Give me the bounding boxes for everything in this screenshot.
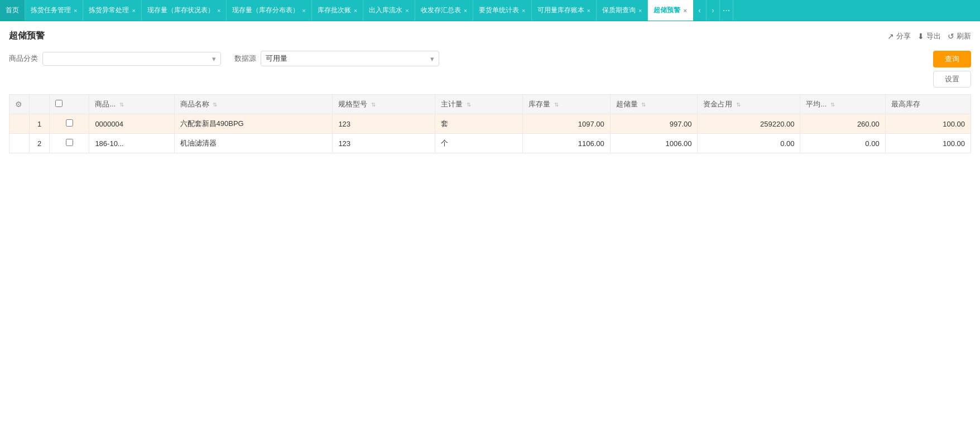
- close-order-stat-tab[interactable]: ×: [522, 7, 525, 14]
- datasource-dropdown-icon: ▾: [430, 55, 434, 63]
- data-table: ⚙ 商品... ⇅ 商品名称 ⇅ 规格型号 ⇅: [9, 94, 971, 153]
- nav-prev-arrow[interactable]: ‹: [693, 0, 707, 21]
- row-product-name: 机油滤清器: [174, 134, 333, 153]
- nav-tab-inout[interactable]: 出入库流水 ×: [363, 0, 415, 21]
- row-checkbox-0[interactable]: [66, 119, 73, 127]
- th-checkbox: [50, 95, 89, 114]
- sort-spec-icon: ⇅: [371, 101, 376, 108]
- th-settings[interactable]: ⚙: [9, 95, 30, 114]
- row-max-stock: 100.00: [885, 114, 971, 134]
- share-button[interactable]: ↗ 分享: [887, 31, 911, 41]
- nav-tab-collect[interactable]: 收发存汇总表 ×: [415, 0, 473, 21]
- table-header-row: ⚙ 商品... ⇅ 商品名称 ⇅ 规格型号 ⇅: [9, 95, 971, 114]
- row-stock: 1106.00: [523, 134, 611, 153]
- nav-tab-task[interactable]: 拣货任务管理 ×: [25, 0, 83, 21]
- filter-buttons: 查询 设置: [933, 51, 971, 88]
- category-filter: 商品分类 ▾: [9, 52, 221, 66]
- sort-overstock-icon: ⇅: [641, 101, 646, 108]
- nav-more-arrow[interactable]: ⋯: [720, 0, 733, 21]
- row-spec: 123: [333, 114, 435, 134]
- th-index: [30, 95, 50, 114]
- datasource-filter: 数据源 可用量 ▾: [234, 51, 439, 66]
- gear-icon[interactable]: ⚙: [15, 100, 22, 109]
- row-capital: 259220.00: [698, 114, 800, 134]
- nav-tab-stock-dist[interactable]: 现存量（库存分布表） ×: [227, 0, 311, 21]
- row-stock: 1097.00: [523, 114, 611, 134]
- row-product-code: 186-10...: [89, 134, 174, 153]
- row-overstock: 997.00: [610, 114, 698, 134]
- query-button[interactable]: 查询: [933, 51, 971, 67]
- export-button[interactable]: ⬇ 导出: [917, 31, 941, 41]
- row-avg: 260.00: [800, 114, 885, 134]
- close-usable-stock-tab[interactable]: ×: [587, 7, 590, 14]
- row-capital: 0.00: [698, 134, 800, 153]
- nav-next-arrow[interactable]: ›: [707, 0, 720, 21]
- th-capital[interactable]: 资金占用 ⇅: [698, 95, 800, 114]
- category-dropdown-icon: ▾: [212, 55, 216, 63]
- th-product-name[interactable]: 商品名称 ⇅: [174, 95, 333, 114]
- share-icon: ↗: [887, 32, 894, 41]
- category-select[interactable]: ▾: [42, 52, 221, 66]
- close-collect-tab[interactable]: ×: [464, 7, 467, 14]
- close-batch-tab[interactable]: ×: [354, 7, 357, 14]
- sort-capital-icon: ⇅: [736, 101, 741, 108]
- row-index: 2: [30, 134, 50, 153]
- page-title: 超储预警: [9, 30, 45, 42]
- sort-avg-icon: ⇅: [830, 101, 835, 108]
- export-icon: ⬇: [917, 32, 924, 41]
- table-row: 2 186-10... 机油滤清器 123 个 1106.00 1006.00 …: [9, 134, 971, 153]
- row-settings-cell: [9, 134, 30, 153]
- nav-tab-batch[interactable]: 库存批次账 ×: [312, 0, 363, 21]
- row-product-code: 0000004: [89, 114, 174, 134]
- refresh-icon: ↺: [948, 32, 954, 41]
- nav-tab-quality[interactable]: 保质期查询 ×: [597, 0, 648, 21]
- row-unit: 个: [435, 134, 523, 153]
- sort-stock-icon: ⇅: [554, 101, 559, 108]
- page-content: 超储预警 ↗ 分享 ⬇ 导出 ↺ 刷新 商品分类: [0, 21, 980, 446]
- row-spec: 123: [333, 134, 435, 153]
- sort-product-name-icon: ⇅: [213, 101, 217, 108]
- close-overstock-tab[interactable]: ×: [683, 7, 686, 14]
- close-inout-tab[interactable]: ×: [405, 7, 409, 14]
- sort-unit-icon: ⇅: [467, 101, 471, 108]
- th-stock[interactable]: 库存量 ⇅: [523, 95, 611, 114]
- th-avg[interactable]: 平均... ⇅: [800, 95, 885, 114]
- nav-tab-stock-status[interactable]: 现存量（库存状况表） ×: [142, 0, 227, 21]
- row-max-stock: 100.00: [885, 134, 971, 153]
- nav-tab-order-stat[interactable]: 要货单统计表 ×: [473, 0, 531, 21]
- row-checkbox-1[interactable]: [66, 139, 73, 146]
- close-abnormal-tab[interactable]: ×: [132, 7, 135, 14]
- row-avg: 0.00: [800, 134, 885, 153]
- row-index: 1: [30, 114, 50, 134]
- select-all-checkbox[interactable]: [55, 100, 63, 107]
- close-task-tab[interactable]: ×: [74, 7, 77, 14]
- set-button[interactable]: 设置: [933, 71, 971, 88]
- top-navigation: 首页 拣货任务管理 × 拣货异常处理 × 现存量（库存状况表） × 现存量（库存…: [0, 0, 980, 21]
- th-unit[interactable]: 主计量 ⇅: [435, 95, 523, 114]
- nav-tab-home[interactable]: 首页: [0, 0, 25, 21]
- row-settings-cell: [9, 114, 30, 134]
- row-product-name: 六配套新昌490BPG: [174, 114, 333, 134]
- datasource-select[interactable]: 可用量 ▾: [261, 51, 439, 66]
- row-overstock: 1006.00: [610, 134, 698, 153]
- th-product-code[interactable]: 商品... ⇅: [89, 95, 174, 114]
- row-unit: 套: [435, 114, 523, 134]
- th-spec[interactable]: 规格型号 ⇅: [333, 95, 435, 114]
- header-actions: ↗ 分享 ⬇ 导出 ↺ 刷新: [887, 31, 971, 41]
- th-max-stock[interactable]: 最高库存: [885, 95, 971, 114]
- filter-row: 商品分类 ▾ 数据源 可用量 ▾: [9, 51, 922, 66]
- datasource-select-value: 可用量: [266, 54, 287, 64]
- page-header: 超储预警 ↗ 分享 ⬇ 导出 ↺ 刷新: [9, 30, 971, 42]
- nav-tab-usable-stock[interactable]: 可用量库存账本 ×: [532, 0, 597, 21]
- close-stock-status-tab[interactable]: ×: [217, 7, 220, 14]
- table-row: 1 0000004 六配套新昌490BPG 123 套 1097.00 997.…: [9, 114, 971, 134]
- sort-product-code-icon: ⇅: [119, 101, 124, 108]
- nav-tab-abnormal[interactable]: 拣货异常处理 ×: [83, 0, 141, 21]
- row-checkbox-cell[interactable]: [50, 134, 89, 153]
- row-checkbox-cell[interactable]: [50, 114, 89, 134]
- close-quality-tab[interactable]: ×: [638, 7, 642, 14]
- close-stock-dist-tab[interactable]: ×: [302, 7, 305, 14]
- refresh-button[interactable]: ↺ 刷新: [948, 31, 971, 41]
- nav-tab-overstock[interactable]: 超储预警 ×: [648, 0, 693, 21]
- th-overstock[interactable]: 超储量 ⇅: [610, 95, 698, 114]
